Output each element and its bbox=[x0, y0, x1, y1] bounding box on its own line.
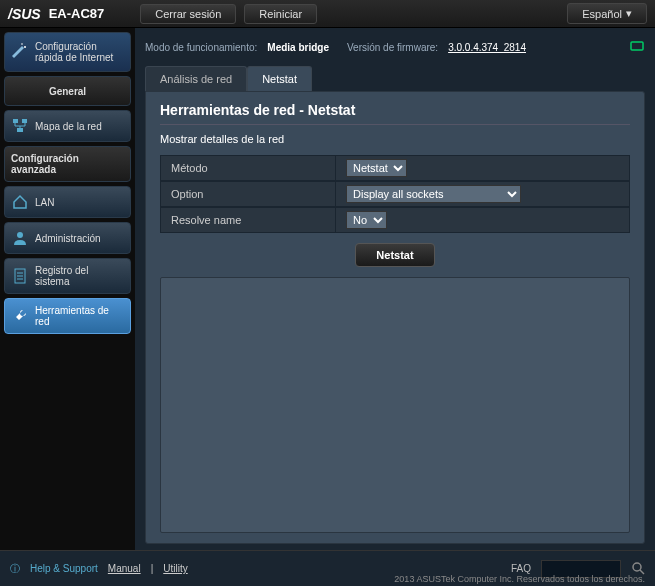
sidebar-label: Configuración rápida de Internet bbox=[35, 41, 124, 63]
utility-link[interactable]: Utility bbox=[163, 563, 187, 574]
copyright: 2013 ASUSTek Computer Inc. Reservados to… bbox=[394, 574, 645, 584]
language-selector[interactable]: Español ▾ bbox=[567, 3, 647, 24]
document-icon bbox=[11, 267, 29, 285]
svg-point-5 bbox=[17, 232, 23, 238]
svg-rect-10 bbox=[631, 42, 643, 50]
faq-label: FAQ bbox=[511, 563, 531, 574]
firmware-link[interactable]: 3.0.0.4.374_2814 bbox=[448, 42, 526, 53]
brand-logo: /SUS bbox=[8, 6, 41, 22]
firmware-label: Versión de firmware: bbox=[347, 42, 438, 53]
svg-rect-3 bbox=[22, 119, 27, 123]
svg-rect-4 bbox=[17, 128, 23, 132]
svg-rect-2 bbox=[13, 119, 18, 123]
panel-subtitle: Mostrar detalles de la red bbox=[160, 124, 630, 155]
reboot-button[interactable]: Reiniciar bbox=[244, 4, 317, 24]
tab-analysis[interactable]: Análisis de red bbox=[145, 66, 247, 91]
resolve-select[interactable]: No bbox=[346, 211, 387, 229]
option-label: Option bbox=[161, 182, 336, 206]
sidebar-item-admin[interactable]: Administración bbox=[4, 222, 131, 254]
method-label: Método bbox=[161, 156, 336, 180]
sidebar-label: Herramientas de red bbox=[35, 305, 124, 327]
sidebar-label: LAN bbox=[35, 197, 54, 208]
sidebar-section-general: General bbox=[4, 76, 131, 106]
sidebar-item-syslog[interactable]: Registro del sistema bbox=[4, 258, 131, 294]
user-icon bbox=[11, 229, 29, 247]
mode-value: Media bridge bbox=[267, 42, 329, 53]
method-select[interactable]: Netstat bbox=[346, 159, 407, 177]
header-bar: /SUS EA-AC87 Cerrar sesión Reiniciar Esp… bbox=[0, 0, 655, 28]
mode-row: Modo de funcionamiento: Media bridge Ver… bbox=[145, 34, 645, 60]
logout-button[interactable]: Cerrar sesión bbox=[140, 4, 236, 24]
sidebar-label: Registro del sistema bbox=[35, 265, 124, 287]
form-row-method: Método Netstat bbox=[160, 155, 630, 181]
svg-point-0 bbox=[24, 46, 26, 48]
form-row-option: Option Display all sockets bbox=[160, 181, 630, 207]
sidebar-item-nettools[interactable]: Herramientas de red bbox=[4, 298, 131, 334]
model-name: EA-AC87 bbox=[49, 6, 105, 21]
svg-point-1 bbox=[21, 43, 23, 45]
sidebar-label: Mapa de la red bbox=[35, 121, 102, 132]
sidebar-item-lan[interactable]: LAN bbox=[4, 186, 131, 218]
option-select[interactable]: Display all sockets bbox=[346, 185, 521, 203]
output-area bbox=[160, 277, 630, 533]
svg-line-12 bbox=[640, 570, 644, 574]
panel-title: Herramientas de red - Netstat bbox=[160, 102, 630, 124]
form-row-resolve: Resolve name No bbox=[160, 207, 630, 233]
sidebar-section-advanced: Configuración avanzada bbox=[4, 146, 131, 182]
sidebar: Configuración rápida de Internet General… bbox=[0, 28, 135, 550]
panel: Herramientas de red - Netstat Mostrar de… bbox=[145, 91, 645, 544]
network-icon bbox=[11, 117, 29, 135]
wrench-icon bbox=[11, 307, 29, 325]
home-icon bbox=[11, 193, 29, 211]
help-support-link[interactable]: Help & Support bbox=[30, 563, 98, 574]
manual-link[interactable]: Manual bbox=[108, 563, 141, 574]
svg-point-11 bbox=[633, 563, 641, 571]
wand-icon bbox=[11, 43, 29, 61]
sidebar-item-netmap[interactable]: Mapa de la red bbox=[4, 110, 131, 142]
info-icon: ⓘ bbox=[10, 562, 20, 576]
chevron-down-icon: ▾ bbox=[626, 7, 632, 20]
resolve-label: Resolve name bbox=[161, 208, 336, 232]
netstat-button[interactable]: Netstat bbox=[355, 243, 434, 267]
status-icon bbox=[629, 38, 645, 56]
language-label: Español bbox=[582, 8, 622, 20]
action-row: Netstat bbox=[160, 233, 630, 277]
tab-netstat[interactable]: Netstat bbox=[247, 66, 312, 91]
content-area: Modo de funcionamiento: Media bridge Ver… bbox=[135, 28, 655, 550]
tabs: Análisis de red Netstat bbox=[145, 66, 645, 91]
brand-text: /SUS bbox=[8, 6, 41, 22]
main-area: Configuración rápida de Internet General… bbox=[0, 28, 655, 550]
mode-label: Modo de funcionamiento: bbox=[145, 42, 257, 53]
sidebar-label: Administración bbox=[35, 233, 101, 244]
sidebar-item-wizard[interactable]: Configuración rápida de Internet bbox=[4, 32, 131, 72]
